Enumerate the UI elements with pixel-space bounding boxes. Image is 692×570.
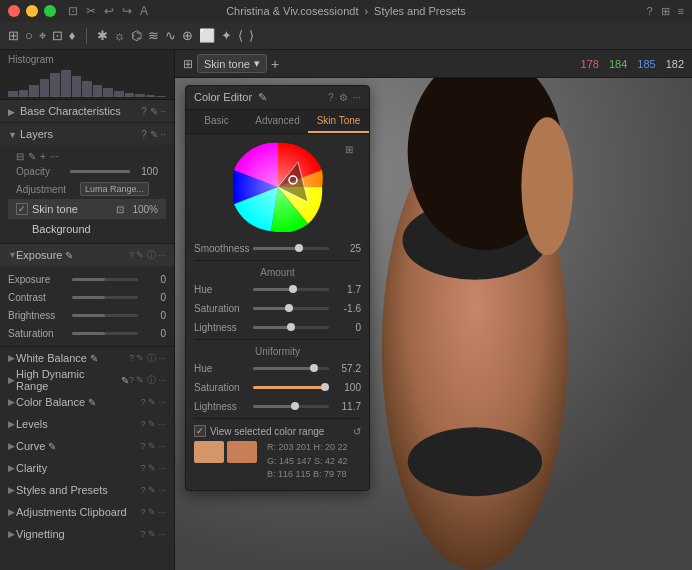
- tab-basic[interactable]: Basic: [186, 110, 247, 133]
- hue-fill: [253, 288, 293, 291]
- curve-item[interactable]: ▶ Curve ✎ ? ✎ ···: [0, 435, 174, 457]
- tool-icon-11[interactable]: ⊕: [182, 28, 193, 43]
- u-lightness-slider[interactable]: [253, 405, 329, 408]
- curve-pencil: ✎: [48, 441, 56, 452]
- u-saturation-slider[interactable]: [253, 386, 329, 389]
- minimize-button[interactable]: [26, 5, 38, 17]
- add-preset-button[interactable]: +: [271, 56, 279, 72]
- saturation-fill: [72, 332, 105, 335]
- opacity-slider[interactable]: [70, 170, 130, 173]
- layer-control-icon-4[interactable]: ···: [50, 151, 58, 162]
- tool-icon-6[interactable]: ✱: [97, 28, 108, 43]
- title-icon-4[interactable]: ↪: [122, 4, 132, 18]
- vignetting-item[interactable]: ▶ Vignetting ? ✎ ···: [0, 523, 174, 545]
- exposure-slider[interactable]: [72, 278, 138, 281]
- tool-icon-15[interactable]: ⟩: [249, 28, 254, 43]
- title-icon-2[interactable]: ✂: [86, 4, 96, 18]
- skin-tone-dropdown[interactable]: Skin tone ▾: [197, 54, 267, 73]
- session-name: Christina & Viv.cosessiondt: [226, 5, 358, 17]
- title-icon-1[interactable]: ⊡: [68, 4, 78, 18]
- layer-control-icon-2[interactable]: ✎: [28, 151, 36, 162]
- u-hue-thumb[interactable]: [310, 364, 318, 372]
- clarity-item[interactable]: ▶ Clarity ? ✎ ···: [0, 457, 174, 479]
- color-value-g: 184: [609, 58, 627, 70]
- color-value-r: 178: [581, 58, 599, 70]
- color-info: R: 203 201 H: 20 22 G: 145 147 S: 42 42 …: [267, 441, 348, 482]
- tool-icon-12[interactable]: ⬜: [199, 28, 215, 43]
- lightness-amount-slider[interactable]: [253, 326, 329, 329]
- vig-name: Vignetting: [16, 528, 140, 540]
- tool-icon-13[interactable]: ✦: [221, 28, 232, 43]
- title-icon-3[interactable]: ↩: [104, 4, 114, 18]
- grid-icon[interactable]: ⊞: [183, 57, 193, 71]
- color-wheel-expand-icon[interactable]: ⊞: [345, 144, 353, 155]
- brightness-fill: [72, 314, 105, 317]
- layers-header[interactable]: ▼ Layers ? ✎ ··: [0, 123, 174, 145]
- smoothness-slider[interactable]: [253, 247, 329, 250]
- layer-control-icon-1[interactable]: ⊟: [16, 151, 24, 162]
- base-characteristics-header[interactable]: ▶ Base Characteristics ? ✎ ··: [0, 100, 174, 122]
- saturation-slider[interactable]: [72, 332, 138, 335]
- brightness-slider[interactable]: [72, 314, 138, 317]
- exposure-fill: [72, 278, 105, 281]
- tool-icon-9[interactable]: ≋: [148, 28, 159, 43]
- view-color-range-checkbox[interactable]: ✓: [194, 425, 206, 437]
- bc-triangle: ▶: [8, 107, 16, 115]
- hue-slider[interactable]: [253, 288, 329, 291]
- ce-menu-icon[interactable]: ···: [353, 92, 361, 103]
- color-swatch-2[interactable]: [227, 441, 257, 463]
- title-right-icon-3[interactable]: ≡: [678, 5, 684, 17]
- view-color-reset-icon[interactable]: ↺: [353, 426, 361, 437]
- title-icon-5[interactable]: A: [140, 4, 148, 18]
- close-button[interactable]: [8, 5, 20, 17]
- u-saturation-label: Saturation: [194, 382, 249, 393]
- tool-icon-7[interactable]: ☼: [114, 28, 126, 43]
- ce-help-icon[interactable]: ?: [328, 92, 334, 103]
- tool-icon-14[interactable]: ⟨: [238, 28, 243, 43]
- background-layer-row[interactable]: Background: [8, 219, 166, 239]
- saturation-amount-slider[interactable]: [253, 307, 329, 310]
- tool-icon-3[interactable]: ⌖: [39, 28, 46, 44]
- title-bar: ⊡ ✂ ↩ ↪ A Christina & Viv.cosessiondt › …: [0, 0, 692, 22]
- lightness-amount-thumb[interactable]: [287, 323, 295, 331]
- title-bar-right: ? ⊞ ≡: [646, 5, 684, 18]
- u-saturation-thumb[interactable]: [321, 383, 329, 391]
- skin-tone-checkbox[interactable]: ✓: [16, 203, 28, 215]
- color-swatch-1[interactable]: [194, 441, 224, 463]
- hdr-item[interactable]: ▶ High Dynamic Range ✎ ? ✎ ⓘ ···: [0, 369, 174, 391]
- styles-presets-item[interactable]: ▶ Styles and Presets ? ✎ ···: [0, 479, 174, 501]
- curve-arrow: ▶: [8, 441, 16, 451]
- hue-thumb[interactable]: [289, 285, 297, 293]
- levels-item[interactable]: ▶ Levels ? ✎ ···: [0, 413, 174, 435]
- color-balance-item[interactable]: ▶ Color Balance ✎ ? ✎ ···: [0, 391, 174, 413]
- hdr-title-group: High Dynamic Range ✎: [16, 368, 129, 392]
- title-right-icon-1[interactable]: ?: [646, 5, 652, 17]
- exposure-header[interactable]: ▼ Exposure ✎ ? ✎ ⓘ ···: [0, 244, 174, 266]
- layer-control-icon-3[interactable]: +: [40, 151, 46, 162]
- u-lightness-thumb[interactable]: [291, 402, 299, 410]
- saturation-amount-thumb[interactable]: [285, 304, 293, 312]
- color-wheel[interactable]: [233, 142, 323, 232]
- white-balance-item[interactable]: ▶ White Balance ✎ ? ✎ ⓘ ···: [0, 347, 174, 369]
- fullscreen-button[interactable]: [44, 5, 56, 17]
- bc-title: Base Characteristics: [20, 105, 141, 117]
- u-hue-slider[interactable]: [253, 367, 329, 370]
- tool-icon-1[interactable]: ⊞: [8, 28, 19, 43]
- contrast-slider[interactable]: [72, 296, 138, 299]
- adj-clipboard-item[interactable]: ▶ Adjustments Clipboard ? ✎ ···: [0, 501, 174, 523]
- tab-advanced[interactable]: Advanced: [247, 110, 308, 133]
- smoothness-thumb[interactable]: [295, 244, 303, 252]
- tool-icon-2[interactable]: ○: [25, 28, 33, 43]
- ce-settings-icon[interactable]: ⚙: [339, 92, 348, 103]
- title-right-icon-2[interactable]: ⊞: [661, 5, 670, 18]
- color-value-b: 185: [637, 58, 655, 70]
- tool-icon-10[interactable]: ∿: [165, 28, 176, 43]
- tool-icon-5[interactable]: ♦: [69, 28, 76, 43]
- skin-tone-layer-row[interactable]: ✓ Skin tone ⊡ 100%: [8, 199, 166, 219]
- tab-skin-tone[interactable]: Skin Tone: [308, 110, 369, 133]
- exposure-slider-label: Exposure: [8, 274, 68, 285]
- tool-icon-4[interactable]: ⊡: [52, 28, 63, 43]
- tool-icon-8[interactable]: ⌬: [131, 28, 142, 43]
- luma-range-button[interactable]: Luma Range...: [80, 182, 149, 196]
- color-value-a: 182: [666, 58, 684, 70]
